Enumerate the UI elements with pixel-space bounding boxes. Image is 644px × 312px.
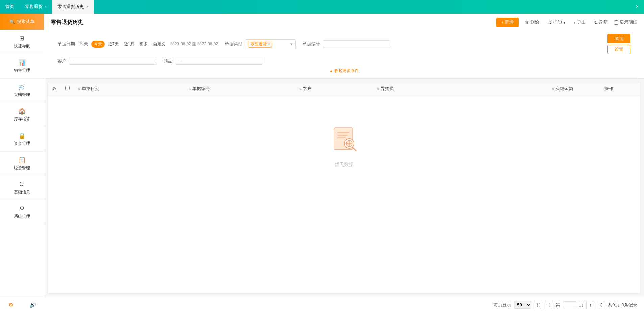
select-all-checkbox[interactable] — [65, 86, 70, 90]
sidebar-sound-button[interactable]: 🔊 — [22, 297, 44, 312]
show-detail-checkbox[interactable]: 显示明细 — [614, 19, 637, 25]
empty-state: 暂无数据 — [48, 95, 640, 195]
per-page-select[interactable]: 20 50 100 — [514, 301, 531, 309]
th-customer[interactable]: ⇅ 客户 — [295, 82, 373, 95]
sidebar-item-finance[interactable]: 🔒 资金管理 — [0, 127, 44, 152]
table-header-row: ⚙ ⇅ 单据日期 ⇅ 单据编号 ⇅ 客户 ⇅ 导购员 ⇅ 实销金额 操作 — [48, 82, 640, 95]
page-input[interactable]: 1 — [563, 301, 576, 308]
empty-icon — [327, 122, 361, 156]
prev-page-button[interactable]: ⟨ — [545, 301, 553, 309]
customer-filter-group: 客户 — [57, 57, 157, 65]
doc-no-filter-group: 单据编号 — [303, 40, 390, 48]
window-close-button[interactable]: × — [630, 0, 644, 14]
date-opt-more[interactable]: 更多 — [138, 41, 150, 48]
delete-button[interactable]: 🗑 删除 — [523, 18, 541, 27]
filter-row-1: 单据日期 昨天 今天 近7天 近1月 更多 自定义 2023-06-02 至 2… — [57, 34, 630, 54]
date-opt-today[interactable]: 今天 — [91, 41, 105, 48]
svg-rect-3 — [337, 137, 346, 138]
next-page-button[interactable]: ⟩ — [586, 301, 594, 309]
quick-nav-icon: ⊞ — [19, 35, 24, 42]
sales-icon: 📊 — [18, 59, 26, 66]
svg-line-6 — [353, 147, 356, 151]
doc-type-select[interactable]: 零售退货 × ▾ — [245, 39, 296, 49]
tab-retail-return-history-close[interactable]: × — [86, 5, 88, 9]
tab-retail-return[interactable]: 零售退货 × — [20, 0, 52, 14]
sidebar-item-sales-mgmt[interactable]: 📊 销售管理 — [0, 54, 44, 79]
filter-area: 单据日期 昨天 今天 近7天 近1月 更多 自定义 2023-06-02 至 2… — [51, 30, 637, 78]
goods-input[interactable] — [175, 57, 263, 65]
page-header: 零售退货历史 + 新增 🗑 删除 🖨 打印 ▾ ↑ 导出 — [44, 14, 644, 79]
query-button[interactable]: 查询 — [607, 34, 630, 43]
tab-retail-return-history[interactable]: 零售退货历史 × — [52, 0, 93, 14]
th-doc-date[interactable]: ⇅ 单据日期 — [74, 82, 184, 95]
show-detail-check[interactable] — [614, 20, 618, 25]
sidebar-item-system[interactable]: ⚙ 系统管理 — [0, 200, 44, 224]
page-title: 零售退货历史 — [51, 19, 83, 26]
sidebar-item-quick-nav[interactable]: ⊞ 快捷导航 — [0, 30, 44, 54]
page-label: 第 — [556, 302, 560, 308]
sort-doc-date-icon: ⇅ — [78, 87, 80, 91]
sidebar-item-basic-info[interactable]: 🗂 基础信息 — [0, 176, 44, 200]
refresh-button[interactable]: ↻ 刷新 — [592, 18, 610, 27]
finance-icon: 🔒 — [18, 132, 26, 139]
sidebar-item-operations[interactable]: 📋 经营管理 — [0, 152, 44, 176]
last-page-button[interactable]: ⟩⟩ — [597, 301, 605, 309]
operations-icon: 📋 — [18, 156, 26, 164]
sort-amount-icon: ⇅ — [552, 87, 554, 91]
pagination: 每页显示 20 50 100 ⟨⟨ ⟨ 第 1 页 ⟩ ⟩⟩ 共0页, 0条记录 — [44, 297, 644, 312]
date-opt-custom[interactable]: 自定义 — [151, 41, 167, 48]
data-table: ⚙ ⇅ 单据日期 ⇅ 单据编号 ⇅ 客户 ⇅ 导购员 ⇅ 实销金额 操作 — [48, 82, 640, 195]
collapse-button[interactable]: ▲ 收起更多条件 — [326, 67, 362, 74]
date-opt-7days[interactable]: 近7天 — [106, 41, 121, 48]
filter-row-2: 客户 商品 — [57, 57, 630, 65]
top-bar: 首页 零售退货 × 零售退货历史 × × — [0, 0, 644, 14]
date-filter-label: 单据日期 — [57, 41, 75, 47]
sidebar-bottom: ⚙ 🔊 — [0, 297, 44, 312]
customer-label: 客户 — [57, 58, 66, 64]
th-operation: 操作 — [577, 82, 640, 95]
goods-label: 商品 — [164, 58, 172, 64]
empty-text: 暂无数据 — [335, 162, 354, 168]
search-icon: 🔍 — [9, 19, 15, 24]
sidebar-settings-button[interactable]: ⚙ — [0, 297, 22, 312]
main-content: 零售退货历史 + 新增 🗑 删除 🖨 打印 ▾ ↑ 导出 — [44, 14, 644, 312]
sidebar-item-inventory[interactable]: 🏠 库存核算 — [0, 103, 44, 127]
doc-type-filter-group: 单据类型 零售退货 × ▾ — [225, 39, 296, 49]
total-label: 共0页, 0条记录 — [608, 302, 637, 308]
th-guide[interactable]: ⇅ 导购员 — [373, 82, 467, 95]
sort-doc-no-icon: ⇅ — [188, 87, 191, 91]
table-container: ⚙ ⇅ 单据日期 ⇅ 单据编号 ⇅ 客户 ⇅ 导购员 ⇅ 实销金额 操作 — [47, 82, 641, 294]
print-button[interactable]: 🖨 打印 ▾ — [545, 18, 568, 27]
svg-rect-1 — [337, 132, 349, 133]
print-dropdown-icon: ▾ — [563, 20, 566, 25]
goods-filter-group: 商品 — [164, 57, 263, 65]
tab-home[interactable]: 首页 — [0, 0, 20, 14]
settings-button[interactable]: 设置 — [607, 45, 630, 54]
toolbar: + 新增 🗑 删除 🖨 打印 ▾ ↑ 导出 ↻ — [496, 18, 637, 27]
sidebar-item-purchase-mgmt[interactable]: 🛒 采购管理 — [0, 79, 44, 103]
basic-info-icon: 🗂 — [19, 181, 25, 188]
customer-input[interactable] — [69, 57, 157, 65]
export-button[interactable]: ↑ 导出 — [572, 18, 588, 27]
collapse-icon: ▲ — [329, 69, 333, 73]
per-page-label: 每页显示 — [494, 302, 511, 308]
page-title-row: 零售退货历史 + 新增 🗑 删除 🖨 打印 ▾ ↑ 导出 — [51, 18, 637, 27]
tab-retail-return-close[interactable]: × — [45, 5, 47, 9]
th-actual-amount[interactable]: ⇅ 实销金额 — [467, 82, 577, 95]
add-button[interactable]: + 新增 — [496, 18, 518, 27]
th-doc-no[interactable]: ⇅ 单据编号 — [184, 82, 295, 95]
sidebar-search[interactable]: 🔍 搜索菜单 — [0, 14, 44, 30]
doc-no-label: 单据编号 — [303, 41, 320, 47]
doc-no-input[interactable] — [323, 40, 390, 48]
doc-type-remove[interactable]: × — [268, 42, 270, 46]
first-page-button[interactable]: ⟨⟨ — [534, 301, 542, 309]
doc-type-tag: 零售退货 × — [248, 41, 272, 48]
th-settings[interactable]: ⚙ — [48, 82, 61, 95]
export-icon: ↑ — [574, 20, 576, 25]
date-opt-1month[interactable]: 近1月 — [122, 41, 137, 48]
purchase-icon: 🛒 — [18, 83, 26, 91]
date-opt-yesterday[interactable]: 昨天 — [78, 41, 90, 48]
tab-bar: 首页 零售退货 × 零售退货历史 × — [0, 0, 630, 14]
th-checkbox[interactable] — [61, 82, 74, 95]
date-options: 昨天 今天 近7天 近1月 更多 自定义 — [78, 41, 167, 48]
